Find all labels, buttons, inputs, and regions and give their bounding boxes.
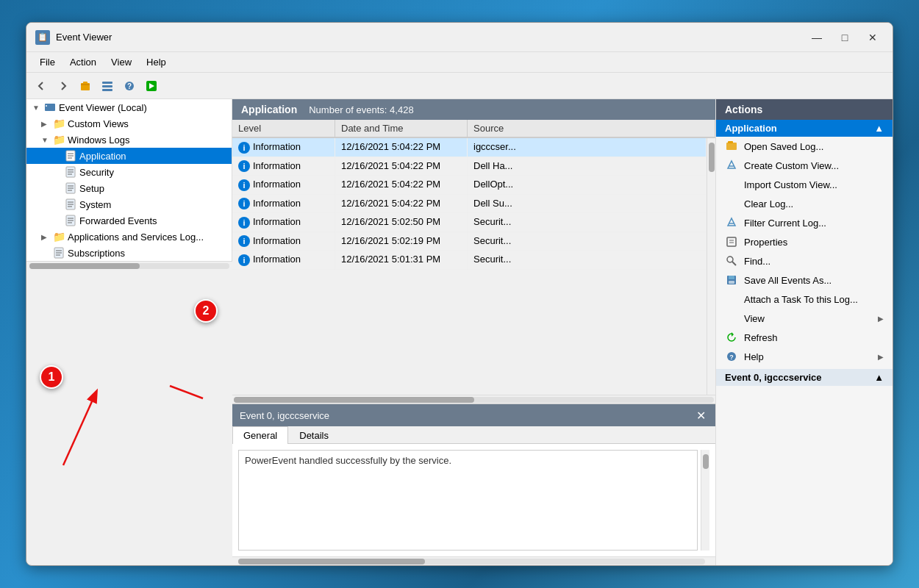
action-refresh[interactable]: Refresh [716,328,893,347]
menu-view[interactable]: View [104,55,139,69]
maximize-button[interactable]: □ [834,29,856,46]
actions-section-application[interactable]: Application ▲ [716,120,893,137]
tree-item-subscriptions[interactable]: Subscriptions [26,245,232,261]
cell-datetime-2: 12/16/2021 5:04:22 PM [335,157,468,176]
table-body: iInformation 12/16/2021 5:04:22 PM igccc… [232,138,707,395]
folder-icon-custom: 📁 [53,118,65,129]
tree-item-system[interactable]: System [26,196,232,212]
help-button[interactable]: ? [119,76,140,96]
view-action-icon [725,312,738,325]
tab-details[interactable]: Details [288,426,340,444]
action-create-custom-view[interactable]: Create Custom View... [716,156,893,175]
save-all-events-icon [725,273,738,287]
cell-level-1: iInformation [232,138,335,157]
annotation-2: 2 [194,299,218,323]
event-hthumb [238,559,425,564]
toolbar: ? [26,73,893,99]
table-vscrollbar[interactable] [707,138,715,395]
action-import-custom-view[interactable]: Import Custom View... [716,175,893,194]
tree-item-forwarded[interactable]: Forwarded Events [26,212,232,229]
event-hscrollbar[interactable] [232,556,715,565]
action-view[interactable]: View ▶ [716,309,893,328]
table-row[interactable]: iInformation 12/16/2021 5:01:31 PM Secur… [232,251,707,270]
svg-marker-51 [732,332,734,337]
hscrollbar-thumb [234,397,474,403]
setup-label: Setup [79,183,104,194]
actions-section-event[interactable]: Event 0, igcccservice ▲ [716,369,893,386]
svg-rect-49 [729,276,734,279]
action-label-import: Import Custom View... [744,179,884,190]
event-vscrollbar[interactable] [701,450,709,551]
action-label-properties: Properties [744,237,884,248]
menu-help[interactable]: Help [139,55,174,69]
action-properties[interactable]: Properties [716,232,893,251]
tree-item-setup[interactable]: Setup [26,180,232,196]
menu-action[interactable]: Action [62,55,104,69]
svg-point-10 [46,105,47,107]
help-submenu-arrow: ▶ [878,353,884,361]
back-button[interactable] [31,76,51,96]
open-saved-log-icon [725,140,738,153]
menu-file[interactable]: File [32,55,62,69]
tree-item-application[interactable]: Application [26,148,232,164]
tree-item-app-services[interactable]: ▶ 📁 Applications and Services Log... [26,229,232,245]
svg-rect-50 [729,281,734,284]
open-log-button[interactable] [75,76,96,96]
event-detail-close-button[interactable]: ✕ [693,408,708,423]
action-open-saved-log[interactable]: Open Saved Log... [716,137,893,156]
info-icon-5: i [238,217,250,229]
expand-custom: ▶ [41,120,50,128]
expand-appservices: ▶ [41,233,50,241]
cell-level-7: iInformation [232,251,335,269]
col-header-datetime[interactable]: Date and Time [335,120,468,137]
import-custom-view-icon [725,178,738,191]
tree-item-custom-views[interactable]: ▶ 📁 Custom Views [26,115,232,132]
cell-datetime-4: 12/16/2021 5:04:22 PM [335,195,468,213]
run-button[interactable] [141,76,162,96]
table-row[interactable]: iInformation 12/16/2021 5:04:22 PM Dell … [232,157,707,176]
action-attach-task[interactable]: Attach a Task To this Log... [716,290,893,309]
table-row[interactable]: iInformation 12/16/2021 5:02:50 PM Secur… [232,213,707,232]
window-controls: — □ ✕ [806,29,884,46]
table-row[interactable]: iInformation 12/16/2021 5:04:22 PM Dell … [232,195,707,214]
info-icon-7: i [238,254,250,266]
cell-level-5: iInformation [232,213,335,232]
svg-rect-1 [83,82,87,84]
action-label-view: View [744,313,872,324]
action-save-all-events[interactable]: Save All Events As... [716,270,893,290]
action-label-refresh: Refresh [744,332,884,343]
tree-item-security[interactable]: Security [26,164,232,180]
action-help[interactable]: ? Help ▶ [716,347,893,366]
action-filter-log[interactable]: Filter Current Log... [716,213,893,232]
tree-item-root[interactable]: ▼ Event Viewer (Local) [26,99,232,115]
action-find[interactable]: Find... [716,251,893,270]
svg-rect-2 [102,82,112,84]
action-label-filter: Filter Current Log... [744,218,884,229]
info-icon-2: i [238,160,250,172]
minimize-button[interactable]: — [806,29,828,46]
expand-winlogs: ▼ [41,136,50,144]
table-row[interactable]: iInformation 12/16/2021 5:04:22 PM igccc… [232,138,707,157]
action-clear-log[interactable]: Clear Log... [716,194,893,213]
custom-views-label: Custom Views [68,118,129,129]
main-content: ▼ Event Viewer (Local) ▶ 📁 Custom Views … [26,99,893,565]
event-detail-header: Event 0, igcccservice ✕ [232,404,715,426]
tab-general[interactable]: General [232,426,288,444]
log-icon-app [65,150,76,162]
log-icon-subscriptions [53,247,65,259]
col-header-source[interactable]: Source [468,120,715,137]
left-panel-hscrollbar[interactable] [26,261,232,270]
view-button[interactable] [97,76,118,96]
folder-icon-appservices: 📁 [53,231,65,243]
table-hscrollbar[interactable] [232,395,715,404]
table-row[interactable]: iInformation 12/16/2021 5:04:22 PM DellO… [232,176,707,195]
col-header-level[interactable]: Level [232,120,335,137]
table-row[interactable]: iInformation 12/16/2021 5:02:19 PM Secur… [232,232,707,251]
events-table: Level Date and Time Source iInformation … [232,120,715,404]
tree-item-windows-logs[interactable]: ▼ 📁 Windows Logs [26,132,232,148]
hscrollbar-track [234,397,714,403]
close-button[interactable]: ✕ [862,29,884,46]
svg-rect-43 [727,237,736,246]
event-viewer-window: 📋 Event Viewer — □ ✕ File Action View He… [26,22,893,566]
forward-button[interactable] [53,76,74,96]
